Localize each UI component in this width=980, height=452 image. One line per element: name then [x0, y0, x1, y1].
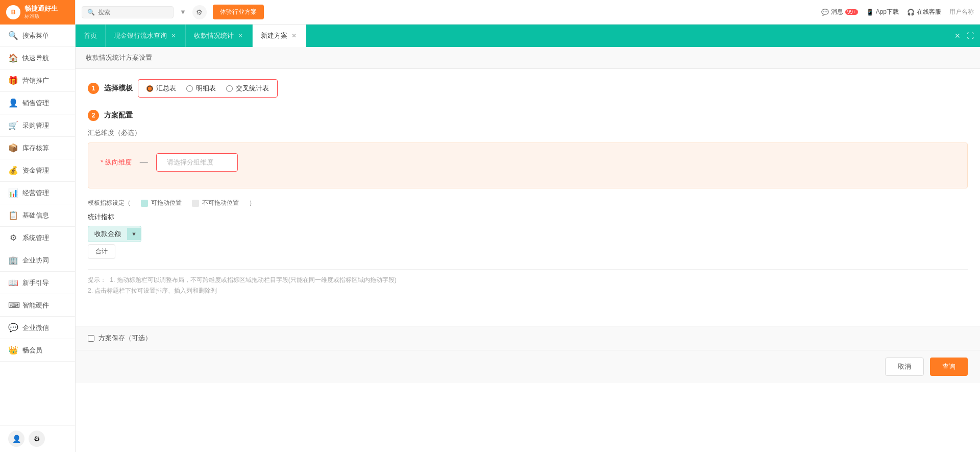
new-guide-icon: 📖	[8, 278, 18, 288]
sidebar-bottom-btn-1[interactable]: 👤	[8, 431, 24, 447]
metric-tag-amount-dropdown[interactable]: ▼	[127, 228, 141, 240]
sidebar-item-marketing[interactable]: 🎁 营销推广	[0, 69, 75, 92]
corp-wechat-icon: 💬	[8, 323, 18, 332]
sales-icon: 👤	[8, 98, 18, 108]
metrics-config: 模板指标设定（ 可拖动位置 不可拖动位置 ） 统计指标	[88, 199, 968, 259]
tab-bank-flow-close[interactable]: ✕	[170, 31, 177, 40]
sidebar-item-corp-collab[interactable]: 🏢 企业协同	[0, 249, 75, 272]
header-settings-btn[interactable]: ⚙	[192, 5, 207, 19]
tab-new-plan-label: 新建方案	[261, 31, 287, 40]
legend-draggable-color	[141, 200, 148, 207]
radio-cross[interactable]: 交叉统计表	[226, 84, 269, 93]
legend-fixed: 不可拖动位置	[192, 199, 239, 207]
system-label: 系统管理	[22, 233, 49, 243]
notification-btn[interactable]: 💬 消息 99+	[821, 8, 858, 16]
support-icon: 🎧	[907, 9, 915, 16]
sidebar-item-smart-hw[interactable]: ⌨ 智能硬件	[0, 294, 75, 317]
radio-summary-input[interactable]	[146, 85, 153, 92]
trial-industry-button[interactable]: 体验行业方案	[213, 5, 264, 19]
step2-section: 2 方案配置 汇总维度（必选） * 纵向维度 — 请选择分组维度 模板指标设定（	[88, 110, 968, 303]
logo-text: 畅捷通好生	[24, 5, 58, 13]
tab-receipt-stats[interactable]: 收款情况统计 ✕	[186, 25, 253, 47]
dimension-area: * 纵向维度 — 请选择分组维度	[88, 142, 968, 188]
legend-fixed-color	[192, 200, 199, 207]
step1-header: 1 选择模板 汇总表 明细表 交叉统计表	[88, 79, 968, 98]
tab-minimize-btn[interactable]: ✕	[952, 30, 963, 42]
tab-new-plan-close[interactable]: ✕	[290, 31, 298, 40]
metrics-header: 模板指标设定（ 可拖动位置 不可拖动位置 ）	[88, 199, 968, 207]
sidebar-item-corp-wechat[interactable]: 💬 企业微信	[0, 317, 75, 339]
sidebar-item-vip[interactable]: 👑 畅会员	[0, 339, 75, 362]
sidebar-item-sales[interactable]: 👤 销售管理	[0, 92, 75, 114]
online-support-btn[interactable]: 🎧 在线客服	[907, 8, 941, 16]
logo-icon: B	[6, 5, 20, 19]
vip-label: 畅会员	[22, 346, 42, 355]
metrics-config-label: 模板指标设定（	[88, 199, 131, 207]
header: 🔍 ▼ ⚙ 体验行业方案 💬 消息 99+ 📱 App下载 🎧 在线客服 用户名…	[76, 0, 980, 25]
system-icon: ⚙	[8, 233, 18, 243]
sidebar-item-finance[interactable]: 💰 资金管理	[0, 159, 75, 182]
tab-home-label: 首页	[84, 31, 97, 40]
main-area: 🔍 ▼ ⚙ 体验行业方案 💬 消息 99+ 📱 App下载 🎧 在线客服 用户名…	[76, 0, 980, 452]
sidebar-item-system[interactable]: ⚙ 系统管理	[0, 227, 75, 249]
legend-draggable-label: 可拖动位置	[151, 199, 182, 207]
header-dropdown-arrow[interactable]: ▼	[180, 8, 186, 16]
content-area: 收款情况统计方案设置 1 选择模板 汇总表 明细表	[76, 47, 980, 452]
sidebar-item-new-guide[interactable]: 📖 新手引导	[0, 272, 75, 294]
logo-text-block: 畅捷通好生 标准版	[24, 5, 58, 20]
tab-home[interactable]: 首页	[76, 25, 106, 47]
corp-collab-label: 企业协同	[22, 256, 49, 265]
tab-receipt-stats-close[interactable]: ✕	[237, 31, 244, 40]
purchase-label: 采购管理	[22, 121, 49, 130]
quick-nav-icon: 🏠	[8, 53, 18, 63]
tab-bank-flow-label: 现金银行流水查询	[114, 31, 167, 40]
quick-nav-label: 快速导航	[22, 54, 49, 63]
tip-line-1: 提示： 1. 拖动标题栏可以调整布局，不可跨维度或指标区域拖动栏目字段(只能在同…	[88, 276, 968, 284]
radio-cross-input[interactable]	[226, 85, 233, 92]
corp-wechat-label: 企业微信	[22, 323, 49, 332]
finance-label: 资金管理	[22, 166, 49, 175]
tab-new-plan[interactable]: 新建方案 ✕	[253, 25, 306, 47]
vertical-dimension-label: * 纵向维度	[101, 158, 132, 167]
header-search-box[interactable]: 🔍	[82, 6, 174, 18]
tip-line-2: 2. 点击标题栏下拉可设置排序、插入列和删除列	[88, 287, 968, 295]
new-guide-label: 新手引导	[22, 278, 49, 288]
tab-bank-flow[interactable]: 现金银行流水查询 ✕	[106, 25, 186, 47]
metrics-config-paren-close: ）	[249, 199, 255, 207]
sidebar-item-search-menu[interactable]: 🔍 搜索菜单	[0, 25, 75, 47]
dimension-input-box[interactable]: 请选择分组维度	[156, 153, 238, 172]
notification-badge: 99+	[845, 9, 858, 15]
radio-summary[interactable]: 汇总表	[146, 84, 176, 93]
sidebar-item-base-info[interactable]: 📋 基础信息	[0, 204, 75, 227]
marketing-icon: 🎁	[8, 76, 18, 85]
search-input[interactable]	[98, 9, 169, 16]
radio-detail-input[interactable]	[186, 85, 193, 92]
sidebar-item-quick-nav[interactable]: 🏠 快速导航	[0, 47, 75, 69]
tip-prefix: 提示：	[88, 276, 106, 283]
sidebar-bottom-btn-2[interactable]: ⚙	[29, 431, 45, 447]
radio-detail-label: 明细表	[196, 84, 216, 93]
logo-badge: 标准版	[24, 13, 58, 20]
metric-sub-row: 合计	[88, 244, 968, 259]
sidebar-item-operations[interactable]: 📊 经营管理	[0, 182, 75, 204]
step1-section: 1 选择模板 汇总表 明细表 交叉统计表	[88, 79, 968, 98]
metrics-tag-row: 收款金额 ▼	[88, 226, 968, 242]
sidebar-item-purchase[interactable]: 🛒 采购管理	[0, 114, 75, 137]
user-name[interactable]: 用户名称	[949, 8, 974, 16]
tab-maximize-btn[interactable]: ⛶	[965, 30, 976, 42]
query-button[interactable]: 查询	[930, 358, 968, 376]
base-info-label: 基础信息	[22, 211, 49, 220]
radio-detail[interactable]: 明细表	[186, 84, 216, 93]
save-checkbox[interactable]	[88, 335, 94, 342]
sidebar-logo: B 畅捷通好生 标准版	[0, 0, 75, 25]
sidebar-item-inventory[interactable]: 📦 库存核算	[0, 137, 75, 159]
search-menu-icon: 🔍	[8, 31, 18, 40]
sidebar-bottom: 👤 ⚙	[0, 425, 75, 452]
dimension-section-label: 汇总维度（必选）	[88, 128, 968, 137]
cancel-button[interactable]: 取消	[885, 358, 924, 376]
save-option-row: 方案保存（可选）	[76, 326, 980, 350]
app-download-btn[interactable]: 📱 App下载	[866, 8, 899, 16]
smart-hw-label: 智能硬件	[22, 301, 49, 310]
tips-section: 提示： 1. 拖动标题栏可以调整布局，不可跨维度或指标区域拖动栏目字段(只能在同…	[88, 269, 968, 303]
page-footer: 取消 查询	[76, 350, 980, 383]
